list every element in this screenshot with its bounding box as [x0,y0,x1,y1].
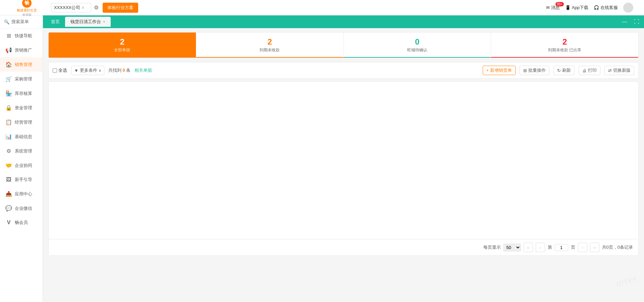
message-badge: 99+ [555,2,564,6]
logo-area: 畅 畅捷通好生意 标准版 [5,0,48,17]
batch-label: 批量操作 [528,67,546,73]
sidebar-item-inventory[interactable]: 🏪 库存核算 [0,86,43,101]
next-page-icon: › [582,245,583,250]
pagination: 每页显示 50 100 200 « ‹ 第 页 › » 共0页，0条记录 [49,239,638,255]
sidebar-item-sales[interactable]: 🏠 销售管理 [0,57,43,72]
card-num-all: 2 [120,37,124,47]
sales-icon: 🏠 [5,61,12,68]
summary-card-shipped[interactable]: 2 到期未收款 已出库 [491,33,638,58]
batch-operation-button[interactable]: ⊞ 批量操作 [520,66,549,75]
avatar[interactable] [623,3,633,13]
app-download-button[interactable]: 📱 App下载 [565,5,588,11]
next-page-button[interactable]: › [578,243,587,252]
sidebar-label-enterprise: 企业协同 [15,163,32,169]
page-number-input[interactable] [555,244,568,251]
phone-icon: 📱 [565,5,571,10]
select-all-label: 全选 [58,67,67,73]
sidebar: 🔍 搜索菜单 ⊞ 快捷导航 📢 营销推广 🏠 销售管理 🛒 采购管理 🏪 库存核… [0,15,43,302]
tab-collapse-icon[interactable]: — [620,18,629,25]
sidebar-item-basic-info[interactable]: 📊 基础信息 [0,129,43,144]
basic-info-icon: 📊 [5,133,12,140]
tab-close-icon[interactable]: × [103,19,105,24]
tab-active[interactable]: 钱货日清工作台 × [65,17,111,27]
tab-fullscreen-icon[interactable]: ⛶ [632,18,641,25]
sidebar-item-system[interactable]: ⚙ 系统管理 [0,144,43,158]
print-icon: 🖨 [582,68,587,73]
inventory-icon: 🏪 [5,90,12,97]
finance-icon: 🔒 [5,105,12,111]
sidebar-label-operations: 经营管理 [15,119,32,125]
filter-label: 更多条件 [80,67,97,73]
tab-home[interactable]: 首页 [46,17,65,27]
sidebar-item-newbie[interactable]: 🖼 新手引导 [0,173,43,187]
filter-button[interactable]: ▼ 更多条件 ∨ [71,66,104,75]
online-service-button[interactable]: 🎧 在线客服 [594,5,618,11]
sidebar-item-purchase[interactable]: 🛒 采购管理 [0,72,43,86]
sidebar-label-wecom: 企业微信 [15,205,32,212]
enterprise-icon: 🤝 [5,162,12,169]
system-icon: ⚙ [5,148,12,154]
sidebar-label-basic-info: 基础信息 [15,134,32,140]
card-underline-overdue [196,57,343,58]
new-sales-label: + 新增销货单 [486,67,512,73]
select-all-checkbox[interactable]: 全选 [53,67,67,73]
summary-card-all[interactable]: 2 全部单据 [49,33,196,58]
sidebar-item-enterprise[interactable]: 🤝 企业协同 [0,158,43,173]
new-sales-button[interactable]: + 新增销货单 [483,66,516,75]
sidebar-item-operations[interactable]: 📋 经营管理 [0,115,43,129]
page-size-label: 每页显示 [483,244,501,250]
summary-card-overdue[interactable]: 2 到期未收款 [196,33,344,58]
card-num-overdue: 2 [267,37,272,47]
first-page-button[interactable]: « [524,243,533,252]
summary-card-pending[interactable]: 0 旺铺待确认 [344,33,491,58]
sidebar-item-marketing[interactable]: 📢 营销推广 [0,43,43,57]
refresh-button[interactable]: ↻ 刷新 [553,66,575,75]
app-center-icon: 📥 [5,191,12,197]
app-download-label: App下载 [572,5,588,11]
company-selector[interactable]: XXXXXX公司 ∨ [51,3,91,12]
page-size-select[interactable]: 50 100 200 [503,244,521,251]
toolbar: 全选 ▼ 更多条件 ∨ 共找到 0 条 相关单据 + 新增销货单 ⊞ 批量操作 [48,62,639,79]
last-page-icon: » [593,245,596,250]
card-num-pending: 0 [415,37,419,47]
sidebar-item-membership[interactable]: V 畅会员 [0,216,43,230]
sidebar-item-app-center[interactable]: 📥 应用中心 [0,187,43,201]
toolbar-left: 全选 ▼ 更多条件 ∨ 共找到 0 条 相关单据 [53,66,479,75]
search-label: 搜索菜单 [11,19,29,25]
select-all-input[interactable] [53,68,57,73]
print-button[interactable]: 🖨 打印 [579,66,600,75]
found-count: 0 [123,68,125,73]
settings-icon[interactable]: ⚙ [94,4,99,11]
company-name: XXXXXX公司 [54,5,80,11]
table-area: 每页显示 50 100 200 « ‹ 第 页 › » 共0页，0条记录 [48,81,639,256]
sidebar-label-newbie: 新手引导 [15,177,32,183]
toolbar-right: + 新增销货单 ⊞ 批量操作 ↻ 刷新 🖨 打印 ⇄ 切换新版 [483,66,634,75]
switch-label: 切换新版 [613,67,631,73]
print-label: 打印 [588,67,597,73]
related-link[interactable]: 相关单据 [135,67,152,73]
sidebar-search[interactable]: 🔍 搜索菜单 [0,15,43,28]
card-num-shipped: 2 [562,37,567,47]
sidebar-item-quick-nav[interactable]: ⊞ 快捷导航 [0,28,43,43]
found-prefix: 共找到 [108,68,121,73]
sidebar-item-finance[interactable]: 🔒 资金管理 [0,101,43,115]
prev-page-button[interactable]: ‹ [536,243,545,252]
total-records: 共0页，0条记录 [602,244,633,250]
marketing-icon: 📢 [5,47,12,53]
refresh-label: 刷新 [562,67,571,73]
tab-active-label: 钱货日清工作台 [70,19,101,25]
last-page-button[interactable]: » [590,243,599,252]
message-button[interactable]: ✉ 消息 99+ [546,5,560,11]
sidebar-item-wecom[interactable]: 💬 企业微信 [0,201,43,216]
first-page-icon: « [527,245,529,250]
prev-page-icon: ‹ [539,245,541,250]
operations-icon: 📋 [5,119,12,125]
newbie-icon: 🖼 [5,177,12,183]
logo-sub: 标准版 [22,13,32,17]
found-suffix: 条 [126,68,130,73]
switch-new-button[interactable]: ⇄ 切换新版 [604,66,634,75]
membership-icon: V [5,220,12,226]
tab-home-label: 首页 [51,19,60,25]
trial-button[interactable]: 体验行业方案 [103,3,138,13]
card-underline-shipped [491,57,638,58]
